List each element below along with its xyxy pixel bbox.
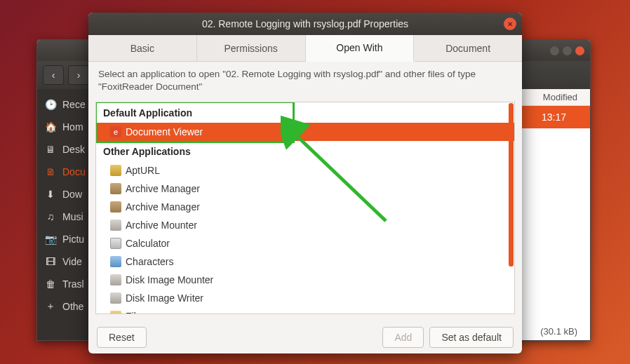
app-icon xyxy=(110,220,121,231)
app-icon xyxy=(110,201,121,213)
close-icon[interactable] xyxy=(575,46,584,55)
app-item[interactable]: Characters xyxy=(96,252,514,271)
set-default-button[interactable]: Set as default xyxy=(429,327,514,348)
sidebar-item[interactable]: 🗑Trasl xyxy=(37,273,93,295)
app-label: Archive Manager xyxy=(126,183,200,194)
places-sidebar: 🕑Rece🏠Hom🖥Desk🗎Docu⬇Dow♫Musi📷Pictu🎞Vide🗑… xyxy=(37,89,93,340)
reset-button[interactable]: Reset xyxy=(97,327,147,348)
document-viewer-icon: e xyxy=(110,126,121,137)
app-label: Files xyxy=(126,311,147,314)
dialog-description: Select an application to open "02. Remot… xyxy=(88,62,522,102)
app-label: Archive Manager xyxy=(126,201,200,213)
nav-back-button[interactable]: ‹ xyxy=(43,65,64,85)
app-item[interactable]: Files xyxy=(96,307,514,314)
column-modified-label: Modified xyxy=(543,92,577,102)
app-icon xyxy=(110,274,121,285)
dialog-titlebar: 02. Remote Logging with rsyslog.pdf Prop… xyxy=(88,13,522,35)
nav-forward-button[interactable]: › xyxy=(68,65,89,85)
app-item[interactable]: Disk Image Writer xyxy=(96,289,514,307)
tab-permissions[interactable]: Permissions xyxy=(197,35,306,61)
app-icon xyxy=(110,165,121,176)
sidebar-label: Docu xyxy=(62,166,86,177)
sidebar-label: Desk xyxy=(62,144,85,155)
dialog-footer: Reset Add Set as default xyxy=(88,321,522,353)
properties-dialog: 02. Remote Logging with rsyslog.pdf Prop… xyxy=(88,13,522,353)
sidebar-icon: ⬇ xyxy=(45,189,56,200)
sidebar-item[interactable]: 🖥Desk xyxy=(37,138,93,161)
sidebar-item[interactable]: 🏠Hom xyxy=(37,116,93,138)
app-label: Disk Image Writer xyxy=(126,292,203,304)
application-list[interactable]: Default Application e Document Viewer Ot… xyxy=(95,102,515,314)
app-label: Calculator xyxy=(126,238,170,249)
scrollbar-thumb[interactable] xyxy=(509,103,514,267)
app-item[interactable]: Disk Image Mounter xyxy=(96,271,514,289)
sidebar-label: Trasl xyxy=(62,278,84,290)
app-label: Characters xyxy=(126,256,173,267)
sidebar-item[interactable]: 🗎Docu xyxy=(37,161,93,183)
sidebar-item[interactable]: ⬇Dow xyxy=(37,183,93,205)
app-item[interactable]: Archive Manager xyxy=(96,198,514,216)
sidebar-label: Musi xyxy=(62,211,83,222)
file-row-time: 13:17 xyxy=(542,112,566,123)
tab-bar: BasicPermissionsOpen WithDocument xyxy=(88,35,522,62)
app-label: Archive Mounter xyxy=(126,220,197,231)
sidebar-item[interactable]: ♫Musi xyxy=(37,205,93,228)
app-item[interactable]: Calculator xyxy=(96,234,514,252)
section-default-application: Default Application xyxy=(96,102,514,123)
app-item-document-viewer[interactable]: e Document Viewer xyxy=(96,123,514,141)
tab-open-with[interactable]: Open With xyxy=(306,35,415,62)
scrollbar[interactable] xyxy=(509,103,514,313)
app-icon xyxy=(110,292,121,304)
minimize-icon[interactable] xyxy=(550,46,559,55)
sidebar-icon: 📷 xyxy=(45,234,56,245)
sidebar-item[interactable]: ＋Othe xyxy=(37,295,93,318)
sidebar-label: Pictu xyxy=(62,234,84,245)
sidebar-icon: 🏠 xyxy=(45,121,56,133)
app-icon xyxy=(110,183,121,194)
app-icon xyxy=(110,256,121,267)
sidebar-icon: 🗎 xyxy=(45,166,56,177)
tab-basic[interactable]: Basic xyxy=(88,35,197,61)
status-size: (30.1 kB) xyxy=(540,326,577,337)
sidebar-label: Vide xyxy=(62,256,82,267)
app-item[interactable]: AptURL xyxy=(96,161,514,180)
add-button[interactable]: Add xyxy=(382,327,424,348)
sidebar-icon: 🖥 xyxy=(45,144,56,155)
maximize-icon[interactable] xyxy=(563,46,572,55)
sidebar-item[interactable]: 🕑Rece xyxy=(37,93,93,116)
dialog-close-button[interactable]: ✕ xyxy=(504,18,516,30)
dialog-title: 02. Remote Logging with rsyslog.pdf Prop… xyxy=(88,18,522,29)
sidebar-icon: 🕑 xyxy=(45,99,56,110)
sidebar-label: Othe xyxy=(62,301,83,312)
app-label: AptURL xyxy=(126,165,160,176)
tab-document[interactable]: Document xyxy=(414,35,522,61)
sidebar-label: Dow xyxy=(62,189,82,200)
app-icon xyxy=(110,238,121,249)
app-icon xyxy=(110,311,121,314)
app-item[interactable]: Archive Manager xyxy=(96,180,514,198)
sidebar-label: Rece xyxy=(62,99,86,110)
sidebar-label: Hom xyxy=(62,121,83,133)
app-label: Document Viewer xyxy=(126,126,203,137)
sidebar-icon: ♫ xyxy=(45,211,56,222)
sidebar-icon: ＋ xyxy=(45,301,56,312)
section-other-applications: Other Applications xyxy=(96,141,514,161)
app-label: Disk Image Mounter xyxy=(126,274,213,285)
status-bar: (30.1 kB) xyxy=(528,322,590,340)
app-item[interactable]: Archive Mounter xyxy=(96,216,514,234)
sidebar-icon: 🎞 xyxy=(45,256,56,267)
sidebar-item[interactable]: 🎞Vide xyxy=(37,250,93,273)
sidebar-icon: 🗑 xyxy=(45,278,56,290)
sidebar-item[interactable]: 📷Pictu xyxy=(37,228,93,250)
